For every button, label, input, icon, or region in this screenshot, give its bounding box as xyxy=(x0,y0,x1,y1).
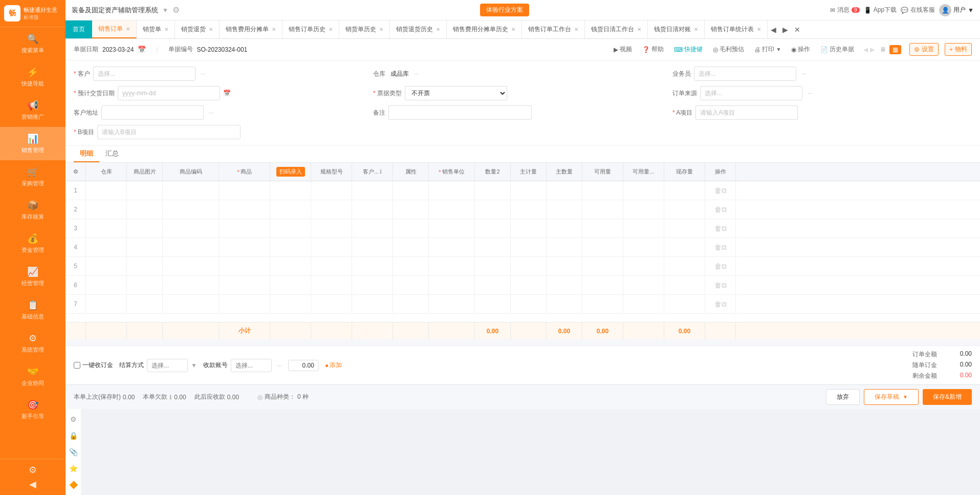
tab-daily-clear[interactable]: 钱货日清工作台 ✕ xyxy=(585,20,648,38)
account-input[interactable] xyxy=(231,359,272,372)
tab-home[interactable]: 首页 xyxy=(66,20,92,38)
staff-input[interactable] xyxy=(694,67,796,81)
delete-icon[interactable]: 🗑 xyxy=(714,281,722,289)
gear-settings-icon[interactable]: ⚙ xyxy=(73,168,78,175)
th-gear[interactable]: ⚙ xyxy=(66,163,86,181)
order-source-more-icon[interactable]: ··· xyxy=(808,90,813,97)
list-view-icon[interactable]: ≡ xyxy=(881,45,885,54)
sidebar-item-sales[interactable]: 📊 销售管理 xyxy=(0,127,66,160)
right-panel-btn-3[interactable]: 📎 xyxy=(68,446,80,458)
right-panel-btn-4[interactable]: ⭐ xyxy=(68,462,80,475)
tab-return[interactable]: 销货退货 ✕ xyxy=(175,20,220,38)
td-product-1[interactable] xyxy=(219,181,270,200)
copy-icon[interactable]: ⧉ xyxy=(722,262,727,271)
sidebar-settings-icon[interactable]: ⚙ xyxy=(29,464,37,476)
add-material-button[interactable]: + 物料 xyxy=(945,43,972,56)
right-panel-btn-1[interactable]: ⚙ xyxy=(68,413,80,425)
copy-icon[interactable]: ⧉ xyxy=(722,205,727,214)
settings-button[interactable]: ⚙ 设置 xyxy=(909,43,939,56)
tab-close-icon[interactable]: ✕ xyxy=(126,26,130,32)
discard-button[interactable]: 放弃 xyxy=(826,389,860,405)
tab-workbench[interactable]: 销售订单工作台 ✕ xyxy=(522,20,585,38)
account-more-icon[interactable]: ··· xyxy=(277,362,282,369)
tab-order-history[interactable]: 销售订单历史 ✕ xyxy=(282,20,339,38)
copy-icon[interactable]: ⧉ xyxy=(722,186,727,195)
b-project-input[interactable] xyxy=(97,125,241,139)
right-panel-btn-2[interactable]: 🔒 xyxy=(68,429,80,442)
delete-icon[interactable]: 🗑 xyxy=(714,186,722,195)
shortcut-button[interactable]: ⌨ 快捷键 xyxy=(671,44,706,55)
tab-close-icon[interactable]: ✕ xyxy=(329,27,333,32)
delivery-calendar-icon[interactable]: 📅 xyxy=(223,90,231,97)
delete-icon[interactable]: 🗑 xyxy=(714,262,722,270)
save-draft-button[interactable]: 保存草稿 ▼ xyxy=(864,389,919,405)
delete-icon[interactable]: 🗑 xyxy=(714,300,722,308)
sidebar-item-search[interactable]: 🔍 搜索菜单 xyxy=(0,27,66,60)
sub-tab-summary[interactable]: 汇总 xyxy=(99,146,125,162)
address-more-icon[interactable]: ··· xyxy=(209,109,214,116)
industry-plan-button[interactable]: 体验行业方案 xyxy=(480,4,529,16)
td-unit-1[interactable] xyxy=(429,181,475,200)
address-input[interactable] xyxy=(101,105,204,120)
sidebar-item-quicknav[interactable]: ⚡ 快捷导航 xyxy=(0,60,66,94)
online-service-button[interactable]: 💬 在线客服 xyxy=(901,6,935,14)
app-download-button[interactable]: 📱 App下载 xyxy=(864,6,897,14)
tab-return-history[interactable]: 销货退货历史 ✕ xyxy=(390,20,447,38)
sidebar-item-enterprise[interactable]: 🤝 企业协同 xyxy=(0,360,66,393)
td-spec-1[interactable] xyxy=(311,181,352,200)
tab-slip-history[interactable]: 销货单历史 ✕ xyxy=(339,20,390,38)
message-button[interactable]: ✉ 消息 9 xyxy=(830,6,860,14)
td-warehouse-1[interactable] xyxy=(86,181,127,200)
payment-method-input[interactable] xyxy=(147,359,188,372)
ticket-select[interactable]: 不开票 xyxy=(405,86,507,100)
td-customer-1[interactable] xyxy=(352,181,393,200)
td-code-1[interactable] xyxy=(163,181,219,200)
settings-icon[interactable]: ⚙ xyxy=(172,5,180,15)
tab-close-icon[interactable]: ✕ xyxy=(209,27,213,32)
warehouse-more-icon[interactable]: ··· xyxy=(414,70,419,77)
copy-icon[interactable]: ⧉ xyxy=(722,281,727,290)
sidebar-item-marketing[interactable]: 📢 营销推广 xyxy=(0,94,66,127)
tab-close-icon[interactable]: ✕ xyxy=(272,27,276,32)
profit-button[interactable]: ◎ 毛利预估 xyxy=(710,44,747,55)
preview-button[interactable]: ▶ 视频 xyxy=(611,44,635,55)
sub-tab-detail[interactable]: 明细 xyxy=(74,146,99,162)
customer-more-icon[interactable]: ··· xyxy=(201,70,206,77)
table-scrollbar[interactable] xyxy=(66,339,980,346)
td-qty2-1[interactable] xyxy=(475,181,511,200)
one-click-checkbox[interactable] xyxy=(74,362,80,369)
tab-close-icon[interactable]: ✕ xyxy=(574,27,578,32)
customer-input[interactable] xyxy=(93,67,195,81)
operation-button[interactable]: ◉ 操作 xyxy=(788,44,813,55)
sidebar-item-basic-info[interactable]: 📋 基础信息 xyxy=(0,293,66,327)
grid-view-icon[interactable]: ▦ xyxy=(889,45,901,54)
order-source-input[interactable] xyxy=(700,86,802,100)
delete-icon[interactable]: 🗑 xyxy=(714,205,722,213)
tab-stats[interactable]: 销售订单统计表 ✕ xyxy=(705,20,768,38)
delete-icon[interactable]: 🗑 xyxy=(714,243,722,251)
calendar-icon[interactable]: 📅 xyxy=(138,46,146,53)
user-info[interactable]: 👤 用户 ▼ xyxy=(939,4,974,16)
tab-close-icon[interactable]: ✕ xyxy=(436,27,440,32)
info-icon[interactable]: ℹ xyxy=(380,168,382,175)
print-button[interactable]: 🖨 打印 ▼ xyxy=(751,44,784,55)
tab-close-icon[interactable]: ✕ xyxy=(164,27,168,32)
tabs-prev-button[interactable]: ◀ xyxy=(768,26,779,34)
sidebar-item-finance[interactable]: 💰 资金管理 xyxy=(0,227,66,260)
tabs-menu-button[interactable]: ✕ xyxy=(791,26,803,34)
sidebar-item-guide[interactable]: 🎯 新手引导 xyxy=(0,393,66,426)
tab-close-icon[interactable]: ✕ xyxy=(757,27,761,32)
tab-sales-order[interactable]: 销售订单 ✕ xyxy=(92,20,137,38)
tab-close-icon[interactable]: ✕ xyxy=(379,27,383,32)
sidebar-collapse-icon[interactable]: ◀ xyxy=(29,479,36,490)
tab-fee-split[interactable]: 销售费用分摊单 ✕ xyxy=(220,20,282,38)
add-button[interactable]: ● 添加 xyxy=(325,361,342,370)
delete-icon[interactable]: 🗑 xyxy=(714,224,722,232)
td-attr-1[interactable] xyxy=(393,181,429,200)
sidebar-item-operations[interactable]: 📈 经营管理 xyxy=(0,260,66,293)
save-new-button[interactable]: 保存&新增 xyxy=(923,389,972,405)
staff-more-icon[interactable]: ··· xyxy=(801,70,807,77)
history-button[interactable]: 📄 历史单据 xyxy=(817,44,857,55)
copy-icon[interactable]: ⧉ xyxy=(722,300,727,309)
sidebar-item-purchase[interactable]: 🛒 采购管理 xyxy=(0,160,66,193)
